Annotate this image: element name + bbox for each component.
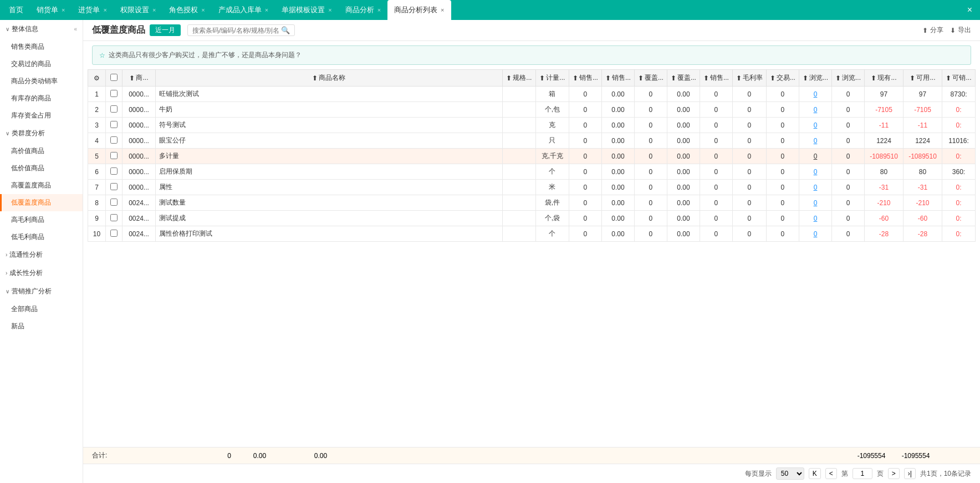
table-row-browse1[interactable]: 0 <box>799 102 831 118</box>
tab-products-close[interactable]: × <box>265 7 268 13</box>
tab-purchase-label: 进货单 <box>78 5 100 15</box>
settings-icon[interactable]: ⚙ <box>94 74 100 82</box>
table-row-gross: 0 <box>732 102 766 118</box>
prev-page-btn[interactable]: < <box>825 468 837 479</box>
table-row-checkbox[interactable] <box>106 226 122 242</box>
sidebar-item-low-value[interactable]: 低价值商品 <box>0 160 83 177</box>
table-row-browse1[interactable]: 0 <box>799 164 831 180</box>
col-sales2-label: 销售... <box>710 73 729 83</box>
table-row-browse1[interactable]: 0 <box>799 180 831 195</box>
col-transaction[interactable]: ⬆交易... <box>766 70 799 87</box>
col-gross[interactable]: ⬆毛利率 <box>732 70 766 87</box>
sidebar-item-low-profit[interactable]: 低毛利商品 <box>0 228 83 246</box>
table-row-browse1[interactable]: 0 <box>799 149 831 164</box>
tab-products[interactable]: 产成品入库单 × <box>212 0 275 20</box>
tab-purchase-close[interactable]: × <box>103 7 106 13</box>
tab-permissions-close[interactable]: × <box>152 7 156 13</box>
sidebar-section-overall[interactable]: ∨ 整体信息 « <box>0 20 83 38</box>
table-row-browse2: 0 <box>831 180 864 195</box>
tab-template-close[interactable]: × <box>328 7 331 13</box>
select-all-checkbox[interactable] <box>110 74 118 81</box>
col-available[interactable]: ⬆可用... <box>904 70 942 87</box>
tab-roles-close[interactable]: × <box>201 7 205 13</box>
sidebar-item-low-coverage[interactable]: 低覆盖度商品 <box>0 194 83 211</box>
tab-template[interactable]: 单据模板设置 × <box>275 0 338 20</box>
last-page-btn[interactable]: ›| <box>904 468 916 479</box>
table-row-checkbox[interactable] <box>106 164 122 180</box>
table-row-browse1[interactable]: 0 <box>799 133 831 149</box>
close-all-tabs[interactable]: × <box>962 5 978 15</box>
table-row-browse1[interactable]: 0 <box>799 87 831 102</box>
table-row-no: 3 <box>88 118 106 133</box>
col-browse1[interactable]: ⬆浏览... <box>799 70 831 87</box>
col-sales2[interactable]: ⬆销售... <box>700 70 732 87</box>
table-row-cov2: 0.00 <box>667 164 700 180</box>
tab-analysis-list[interactable]: 商品分析列表 × <box>387 0 451 20</box>
sidebar-item-in-stock[interactable]: 有库存的商品 <box>0 90 83 107</box>
sidebar-item-all-items[interactable]: 全部商品 <box>0 301 83 318</box>
table-row-checkbox[interactable] <box>106 149 122 164</box>
sidebar-section-quality[interactable]: ∨ 类群度分析 <box>0 124 83 143</box>
table-row-checkbox[interactable] <box>106 195 122 211</box>
sidebar-item-category-turnover[interactable]: 商品分类动销率 <box>0 73 83 90</box>
col-cov2[interactable]: ⬆覆盖... <box>667 70 700 87</box>
first-page-btn[interactable]: K <box>809 468 821 479</box>
sidebar-section-growth[interactable]: › 成长性分析 <box>0 264 83 282</box>
tab-sales-close[interactable]: × <box>62 7 65 13</box>
table-row-cov1: 0 <box>634 118 667 133</box>
col-settings[interactable]: ⚙ <box>88 70 106 87</box>
col-cov1[interactable]: ⬆覆盖... <box>634 70 667 87</box>
sidebar-item-new-items[interactable]: 新品 <box>0 318 83 335</box>
table-row-checkbox[interactable] <box>106 211 122 226</box>
table-row-available: -7105 <box>904 102 942 118</box>
table-row-checkbox[interactable] <box>106 118 122 133</box>
page-size-select[interactable]: 50 100 200 <box>776 467 804 480</box>
period-button[interactable]: 近一月 <box>150 24 181 36</box>
sidebar-item-sales-items[interactable]: 销售类商品 <box>0 38 83 55</box>
tab-analysis-list-close[interactable]: × <box>441 7 444 13</box>
col-spec[interactable]: ⬆规格... <box>502 70 535 87</box>
page-title: 低覆盖度商品 <box>92 24 145 36</box>
tab-purchase[interactable]: 进货单 × <box>72 0 113 20</box>
tab-home[interactable]: 首页 <box>2 0 30 20</box>
table-row-browse1[interactable]: 0 <box>799 118 831 133</box>
search-box: 🔍 <box>187 24 295 36</box>
tab-analysis[interactable]: 商品分析 × <box>339 0 387 20</box>
sidebar-section-marketing[interactable]: ∨ 营销推广分析 <box>0 282 83 301</box>
sidebar-item-high-coverage[interactable]: 高覆盖度商品 <box>0 177 83 194</box>
table-row-no: 1 <box>88 87 106 102</box>
table-row-browse1[interactable]: 0 <box>799 226 831 242</box>
table-row-checkbox[interactable] <box>106 102 122 118</box>
table-row-current: -1089510 <box>865 149 904 164</box>
table-row-checkbox[interactable] <box>106 133 122 149</box>
col-sellable[interactable]: ⬆可销... <box>942 70 976 87</box>
tab-permissions[interactable]: 权限设置 × <box>114 0 162 20</box>
share-button[interactable]: ⬆ 分享 <box>922 26 943 35</box>
sidebar-item-high-profit[interactable]: 高毛利商品 <box>0 211 83 228</box>
page-input[interactable] <box>853 468 872 479</box>
col-sales-amt[interactable]: ⬆销售... <box>601 70 634 87</box>
table-row-checkbox[interactable] <box>106 87 122 102</box>
col-current[interactable]: ⬆现有... <box>865 70 904 87</box>
table-row-checkbox[interactable] <box>106 180 122 195</box>
col-unit[interactable]: ⬆计量... <box>535 70 569 87</box>
col-name[interactable]: ⬆商品名称 <box>156 70 503 87</box>
export-button[interactable]: ⬇ 导出 <box>950 26 971 35</box>
tab-sales[interactable]: 销货单 × <box>30 0 72 20</box>
sidebar-section-flow[interactable]: › 流通性分析 <box>0 246 83 264</box>
search-input[interactable] <box>192 27 281 34</box>
sidebar-item-traded-items[interactable]: 交易过的商品 <box>0 55 83 73</box>
table-row-browse1[interactable]: 0 <box>799 211 831 226</box>
table-row-browse1[interactable]: 0 <box>799 195 831 211</box>
sidebar-item-capital[interactable]: 库存资金占用 <box>0 107 83 124</box>
col-code[interactable]: ⬆商... <box>122 70 156 87</box>
sidebar-item-high-value[interactable]: 高价值商品 <box>0 143 83 160</box>
sidebar-item-high-value-label: 高价值商品 <box>11 147 44 155</box>
tab-roles[interactable]: 角色授权 × <box>162 0 211 20</box>
tab-analysis-close[interactable]: × <box>377 7 381 13</box>
col-browse2[interactable]: ⬆浏览... <box>831 70 864 87</box>
next-page-btn[interactable]: > <box>888 468 900 479</box>
col-checkbox[interactable] <box>106 70 122 87</box>
col-sales-qty[interactable]: ⬆销售... <box>569 70 601 87</box>
collapse-icon[interactable]: « <box>74 26 77 32</box>
